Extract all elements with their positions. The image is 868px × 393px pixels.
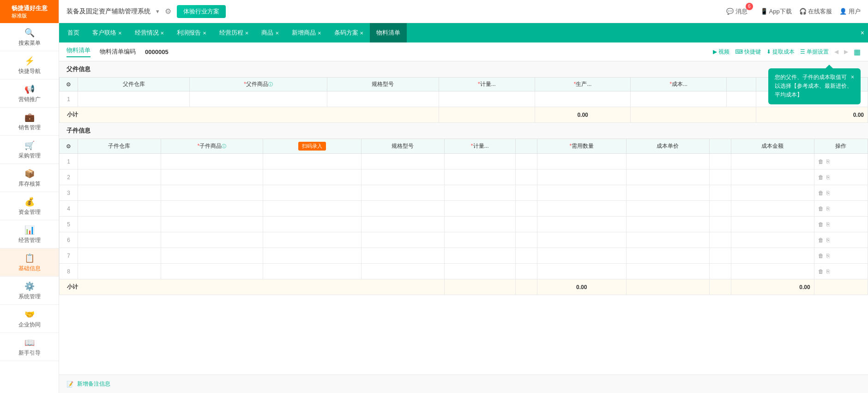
- parent-col-gear[interactable]: ⚙: [60, 78, 78, 91]
- delete-icon-3[interactable]: 🗑: [818, 190, 824, 196]
- child-cell-unit-8[interactable]: [444, 264, 515, 279]
- child-cell-qty-1[interactable]: [537, 154, 626, 169]
- single-settings-link[interactable]: ☰ 单据设置: [800, 48, 829, 56]
- child-cell-unit-price-4[interactable]: [626, 201, 709, 217]
- child-cell-unit-2[interactable]: [444, 169, 515, 185]
- online-service-link[interactable]: 🎧 在线客服: [799, 7, 832, 16]
- delete-icon-6[interactable]: 🗑: [818, 237, 824, 243]
- child-cell-product-2[interactable]: [161, 169, 263, 185]
- child-cell-spec-2[interactable]: [361, 169, 444, 185]
- delete-icon-2[interactable]: 🗑: [818, 174, 824, 181]
- child-cell-product-1[interactable]: [161, 154, 263, 169]
- child-cell-unit-price-2[interactable]: [626, 169, 709, 185]
- child-cell-qty-7[interactable]: [537, 248, 626, 264]
- child-cell-scan-5[interactable]: [263, 217, 361, 232]
- copy-icon-5[interactable]: ⎘: [826, 221, 830, 228]
- child-cell-product-5[interactable]: [161, 217, 263, 232]
- user-avatar[interactable]: 👤 用户: [839, 7, 861, 16]
- bottom-text[interactable]: 新增备注信息: [77, 380, 110, 388]
- parent-cell-product-1[interactable]: [190, 91, 327, 107]
- nav-tab-5[interactable]: 商品 ×: [255, 23, 285, 42]
- copy-icon-8[interactable]: ⎘: [826, 268, 830, 275]
- scan-input-button[interactable]: 扫码录入: [298, 142, 326, 151]
- child-cell-unit-price-6[interactable]: [626, 232, 709, 248]
- child-cell-qty-5[interactable]: [537, 217, 626, 232]
- child-cell-unit-1[interactable]: [444, 154, 515, 169]
- copy-icon-7[interactable]: ⎘: [826, 253, 830, 259]
- nav-tab-7[interactable]: 条码方案 ×: [328, 23, 370, 42]
- parent-cell-prod-1[interactable]: [535, 91, 631, 107]
- child-cell-unit-price-8[interactable]: [626, 264, 709, 279]
- copy-icon-2[interactable]: ⎘: [826, 174, 830, 181]
- nav-tab-6[interactable]: 新增商品 ×: [285, 23, 328, 42]
- child-col-gear[interactable]: ⚙: [60, 139, 78, 154]
- child-cell-scan-6[interactable]: [263, 232, 361, 248]
- parent-cell-cost-1[interactable]: [631, 91, 727, 107]
- child-cell-qty-2[interactable]: [537, 169, 626, 185]
- child-cell-warehouse-8[interactable]: [78, 264, 161, 279]
- parent-cell-unit-1[interactable]: [439, 91, 535, 107]
- child-cell-unit-7[interactable]: [444, 248, 515, 264]
- child-cell-unit-3[interactable]: [444, 185, 515, 201]
- child-cell-warehouse-1[interactable]: [78, 154, 161, 169]
- child-cell-scan-2[interactable]: [263, 169, 361, 185]
- trial-button[interactable]: 体验行业方案: [177, 5, 226, 18]
- nav-tab-2[interactable]: 经营情况 ×: [128, 23, 171, 42]
- child-cell-warehouse-3[interactable]: [78, 185, 161, 201]
- child-cell-spec-1[interactable]: [361, 154, 444, 169]
- nav-tab-3[interactable]: 利润报告 ×: [170, 23, 213, 42]
- delete-icon-1[interactable]: 🗑: [818, 158, 824, 165]
- sidebar-item-11[interactable]: 📖新手引导: [0, 333, 59, 361]
- nav-close-button[interactable]: ×: [861, 29, 864, 36]
- child-cell-scan-4[interactable]: [263, 201, 361, 217]
- delete-icon-8[interactable]: 🗑: [818, 268, 824, 275]
- copy-icon-4[interactable]: ⎘: [826, 206, 830, 212]
- child-cell-product-3[interactable]: [161, 185, 263, 201]
- sidebar-item-4[interactable]: 🛒采购管理: [0, 136, 59, 164]
- sidebar-item-6[interactable]: 💰资金管理: [0, 192, 59, 220]
- parent-cell-spec-1[interactable]: [327, 91, 439, 107]
- child-cell-product-6[interactable]: [161, 232, 263, 248]
- sidebar-item-1[interactable]: ⚡快捷导航: [0, 51, 59, 79]
- copy-icon-3[interactable]: ⎘: [826, 190, 830, 196]
- child-cell-unit-price-3[interactable]: [626, 185, 709, 201]
- app-download-link[interactable]: 📱 App下载: [760, 7, 792, 16]
- child-cell-product-4[interactable]: [161, 201, 263, 217]
- child-cell-product-7[interactable]: [161, 248, 263, 264]
- sidebar-item-7[interactable]: 📊经营管理: [0, 220, 59, 248]
- child-cell-qty-3[interactable]: [537, 185, 626, 201]
- gear-icon[interactable]: ⚙: [165, 7, 171, 16]
- child-cell-unit-6[interactable]: [444, 232, 515, 248]
- child-cell-warehouse-2[interactable]: [78, 169, 161, 185]
- shortcut-link[interactable]: ⌨ 快捷键: [735, 48, 761, 56]
- sidebar-item-8[interactable]: 📋基础信息: [0, 248, 59, 277]
- grid-view-icon[interactable]: ▦: [854, 48, 861, 56]
- child-cell-spec-8[interactable]: [361, 264, 444, 279]
- child-cell-spec-5[interactable]: [361, 217, 444, 232]
- child-cell-qty-6[interactable]: [537, 232, 626, 248]
- nav-next-icon[interactable]: ▶: [844, 48, 848, 55]
- delete-icon-5[interactable]: 🗑: [818, 221, 824, 228]
- copy-icon-6[interactable]: ⎘: [826, 237, 830, 243]
- child-cell-scan-8[interactable]: [263, 264, 361, 279]
- child-cell-spec-7[interactable]: [361, 248, 444, 264]
- sidebar-item-9[interactable]: ⚙️系统管理: [0, 277, 59, 305]
- nav-prev-icon[interactable]: ◀: [834, 48, 838, 55]
- child-cell-qty-4[interactable]: [537, 201, 626, 217]
- sub-tab-list[interactable]: 物料清单: [66, 46, 90, 57]
- sidebar-item-10[interactable]: 🤝企业协同: [0, 305, 59, 333]
- child-cell-spec-3[interactable]: [361, 185, 444, 201]
- child-cell-spec-4[interactable]: [361, 201, 444, 217]
- child-cell-unit-price-5[interactable]: [626, 217, 709, 232]
- copy-icon-1[interactable]: ⎘: [826, 158, 830, 165]
- child-cell-qty-8[interactable]: [537, 264, 626, 279]
- child-cell-warehouse-7[interactable]: [78, 248, 161, 264]
- sidebar-item-2[interactable]: 📢营销推广: [0, 79, 59, 108]
- child-cell-unit-5[interactable]: [444, 217, 515, 232]
- tooltip-close-button[interactable]: ×: [851, 73, 854, 82]
- child-cell-warehouse-5[interactable]: [78, 217, 161, 232]
- child-cell-scan-7[interactable]: [263, 248, 361, 264]
- nav-tab-8[interactable]: 物料清单: [370, 23, 407, 42]
- child-col-scan[interactable]: 扫码录入: [263, 139, 361, 154]
- messages-link[interactable]: 💬 消息 6: [726, 7, 753, 16]
